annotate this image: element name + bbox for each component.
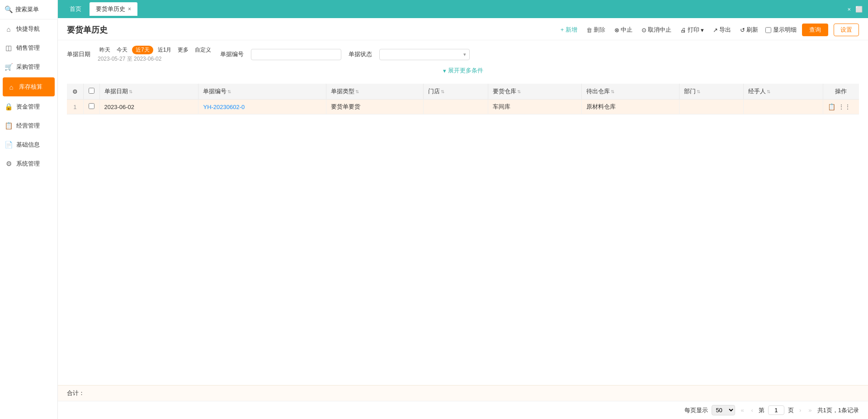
date-btn-7days[interactable]: 近7天 — [132, 46, 153, 54]
prev-page-button[interactable]: ‹ — [750, 406, 755, 414]
sidebar-item-operations[interactable]: 📋 经营管理 — [0, 116, 57, 135]
next-page-button[interactable]: › — [797, 406, 803, 414]
display-detail-input[interactable] — [765, 27, 771, 33]
sidebar-item-label: 销售管理 — [16, 44, 40, 52]
tab-close-button[interactable]: × — [128, 6, 131, 12]
sidebar-item-basic-info[interactable]: 📄 基础信息 — [0, 135, 57, 154]
cancel-suspend-button[interactable]: ⊙ 取消中止 — [640, 25, 673, 35]
sidebar-item-finance[interactable]: 🔒 资金管理 — [0, 97, 57, 116]
sidebar-search[interactable]: 🔍 搜索菜单 — [0, 0, 57, 19]
tab-requisition-history-label: 要货单历史 — [96, 5, 125, 13]
sidebar-item-label: 库存核算 — [19, 83, 42, 91]
col-dept[interactable]: 部门⇅ — [679, 84, 744, 100]
page-area: 要货单历史 + 新增 🗑 删除 ⊗ 中止 ⊙ 取消中止 🖨 — [58, 18, 868, 419]
expand-filter-button[interactable]: ▾ 展开更多条件 — [443, 67, 483, 75]
sidebar-item-inventory[interactable]: ⌂ 库存核算 — [3, 77, 55, 96]
print-dropdown-icon: ▾ — [701, 27, 704, 33]
tab-requisition-history[interactable]: 要货单历史 × — [90, 2, 137, 16]
settings-button[interactable]: 设置 — [834, 24, 859, 36]
sidebar-item-quick-nav[interactable]: ⌂ 快捷导航 — [0, 19, 57, 38]
page-title: 要货单历史 — [67, 24, 108, 35]
col-req-warehouse[interactable]: 要货仓库⇅ — [488, 84, 582, 100]
col-doc-no[interactable]: 单据编号⇅ — [198, 84, 326, 100]
sidebar-item-system[interactable]: ⚙ 系统管理 — [0, 154, 57, 173]
doc-no-filter-label: 单据编号 — [220, 50, 244, 58]
date-btn-today[interactable]: 今天 — [115, 46, 129, 54]
system-icon: ⚙ — [5, 160, 13, 168]
status-select-wrap — [379, 49, 470, 60]
table-row: 1 2023-06-02 YH-20230602-0 要货单要货 车间库 原材料… — [67, 100, 859, 114]
table-area: ⚙ 单据日期⇅ 单据编号⇅ 单据类型⇅ 门店⇅ 要货仓库⇅ 待出仓库⇅ 部门⇅ … — [58, 84, 868, 385]
col-pending-warehouse[interactable]: 待出仓库⇅ — [582, 84, 679, 100]
window-close-button[interactable]: × — [847, 6, 851, 13]
row-date: 2023-06-02 — [99, 100, 198, 114]
date-btn-1month[interactable]: 近1月 — [156, 46, 174, 54]
sort-docno-icon: ⇅ — [227, 89, 231, 94]
first-page-button[interactable]: « — [739, 406, 745, 414]
suspend-button[interactable]: ⊗ 中止 — [613, 25, 634, 35]
page-size-select[interactable]: 50 10 20 100 — [712, 405, 735, 415]
row-handler — [744, 100, 823, 114]
date-range-display: 2023-05-27 至 2023-06-02 — [98, 55, 213, 63]
window-restore-button[interactable]: ⬜ — [855, 6, 863, 13]
expand-icon: ▾ — [443, 67, 446, 74]
row-num: 1 — [67, 100, 83, 114]
row-req-warehouse: 车间库 — [488, 100, 582, 114]
refresh-button[interactable]: ↺ 刷新 — [738, 25, 760, 35]
sidebar-item-label: 采购管理 — [16, 63, 40, 71]
export-button-label: 导出 — [719, 26, 731, 34]
col-settings[interactable]: ⚙ — [67, 84, 83, 100]
export-button[interactable]: ↗ 导出 — [711, 25, 733, 35]
row-doc-no: YH-20230602-0 — [198, 100, 326, 114]
row-checkbox-cell — [83, 100, 99, 114]
row-doc-type: 要货单要货 — [326, 100, 423, 114]
basic-info-icon: 📄 — [5, 141, 13, 149]
sidebar-item-label: 系统管理 — [16, 160, 40, 168]
col-store[interactable]: 门店⇅ — [424, 84, 488, 100]
tab-home-label: 首页 — [70, 5, 81, 13]
suspend-icon: ⊗ — [614, 27, 619, 33]
topbar-right: × ⬜ — [847, 6, 863, 13]
date-btn-yesterday[interactable]: 昨天 — [98, 46, 112, 54]
status-select[interactable] — [379, 49, 470, 60]
goto-label: 第 — [759, 406, 764, 414]
refresh-icon: ↺ — [740, 27, 745, 33]
operations-icon: 📋 — [5, 122, 13, 130]
row-ops: 📋 ⋮⋮ — [823, 100, 859, 114]
new-button[interactable]: + 新增 — [559, 25, 579, 35]
settings-button-label: 设置 — [840, 26, 852, 34]
tab-home[interactable]: 首页 — [63, 2, 88, 16]
row-more-icon[interactable]: ⋮⋮ — [838, 103, 851, 110]
delete-button[interactable]: 🗑 删除 — [585, 25, 607, 35]
select-all-checkbox[interactable] — [89, 88, 94, 94]
date-btn-custom[interactable]: 自定义 — [193, 46, 213, 54]
col-doc-type[interactable]: 单据类型⇅ — [326, 84, 423, 100]
last-page-button[interactable]: » — [807, 406, 813, 414]
query-button[interactable]: 查询 — [802, 24, 828, 36]
row-checkbox[interactable] — [89, 103, 94, 109]
cancel-suspend-icon: ⊙ — [642, 27, 646, 33]
footer-total-label: 合计： — [67, 389, 85, 397]
doc-no-input[interactable] — [251, 49, 341, 60]
sidebar-item-sales[interactable]: ◫ 销售管理 — [0, 38, 57, 57]
topbar: 首页 要货单历史 × × ⬜ — [58, 0, 868, 18]
total-info: 共1页，1条记录 — [817, 406, 859, 414]
row-edit-icon[interactable]: 📋 — [828, 103, 835, 110]
print-button-label: 打印 — [688, 26, 699, 34]
row-doc-no-link[interactable]: YH-20230602-0 — [203, 104, 245, 110]
data-table: ⚙ 单据日期⇅ 单据编号⇅ 单据类型⇅ 门店⇅ 要货仓库⇅ 待出仓库⇅ 部门⇅ … — [67, 84, 859, 114]
status-filter-label: 单据状态 — [349, 50, 372, 58]
print-button[interactable]: 🖨 打印 ▾ — [679, 25, 706, 35]
sort-pending-warehouse-icon: ⇅ — [611, 89, 614, 94]
sidebar-item-purchase[interactable]: 🛒 采购管理 — [0, 57, 57, 76]
col-date[interactable]: 单据日期⇅ — [99, 84, 198, 100]
row-store — [424, 100, 488, 114]
main-content: 首页 要货单历史 × × ⬜ 要货单历史 + 新增 🗑 删除 ⊗ — [58, 0, 868, 419]
display-detail-checkbox[interactable]: 显示明细 — [765, 26, 797, 34]
expand-filter-label: 展开更多条件 — [448, 67, 483, 75]
page-number-input[interactable] — [768, 405, 784, 415]
sidebar-item-label: 资金管理 — [16, 103, 40, 111]
date-btn-more[interactable]: 更多 — [176, 46, 190, 54]
col-handler[interactable]: 经手人⇅ — [744, 84, 823, 100]
date-filter-label: 单据日期 — [67, 50, 90, 58]
